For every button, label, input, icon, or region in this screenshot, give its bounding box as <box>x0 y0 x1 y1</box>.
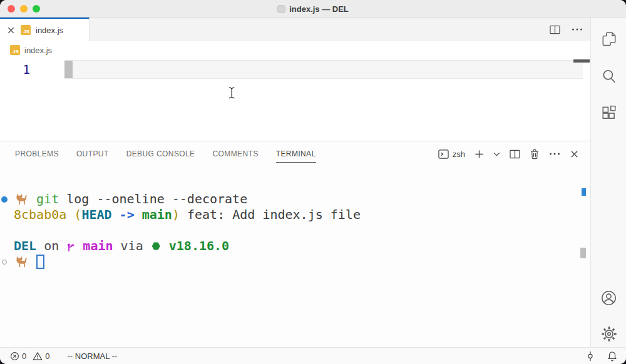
close-panel-icon[interactable] <box>570 149 579 159</box>
warning-icon <box>33 351 43 361</box>
terminal-text: v18.16.0 <box>169 238 229 254</box>
terminal-text: feat: Add index.js file <box>180 207 361 223</box>
terminal-overview-command-mark <box>582 188 586 196</box>
terminal-lines[interactable]: git log --oneline --decorate8cbab0a (HEA… <box>14 191 577 270</box>
terminal-text: ) <box>172 207 180 223</box>
terminal-line: DEL on main via v18.16.0 <box>14 238 577 254</box>
shell-label: zsh <box>453 149 465 159</box>
terminal-shell-selector[interactable]: zsh <box>438 149 465 159</box>
status-bar: 0 0 -- NORMAL -- <box>0 347 626 364</box>
javascript-file-icon: JS <box>10 45 20 55</box>
terminal-text: HEAD <box>81 207 111 223</box>
terminal-text: 8cbab0a ( <box>14 207 81 223</box>
terminal-text <box>29 191 36 207</box>
terminal-cursor <box>36 255 44 269</box>
terminal-text: on <box>36 238 66 254</box>
current-line-highlight <box>64 60 583 79</box>
panel-tab-comments[interactable]: COMMENTS <box>213 146 259 163</box>
extensions-icon[interactable] <box>591 99 626 126</box>
search-icon[interactable] <box>591 63 626 90</box>
breadcrumb-file: index.js <box>24 46 52 55</box>
terminal-text: main <box>83 238 113 254</box>
close-tab-icon[interactable] <box>6 26 16 35</box>
problems-status[interactable]: 0 0 <box>10 351 49 361</box>
nodejs-hexagon-icon <box>152 242 160 250</box>
terminal-text: -> <box>120 207 135 223</box>
warning-count: 0 <box>45 351 49 361</box>
terminal-line: 8cbab0a (HEAD -> main) feat: Add index.j… <box>14 207 577 223</box>
panel-tab-debug-console[interactable]: DEBUG CONSOLE <box>126 146 195 163</box>
panel-tab-output[interactable]: OUTPUT <box>76 146 109 163</box>
explorer-copy-icon[interactable] <box>591 26 626 54</box>
cat-emoji-icon <box>14 193 29 206</box>
terminal-text: DEL <box>14 238 36 254</box>
terminal-text: git <box>36 191 59 207</box>
terminal-line <box>14 223 577 238</box>
overview-ruler-cursor-mark <box>573 59 590 63</box>
new-terminal-icon[interactable] <box>475 149 484 159</box>
command-success-decoration <box>1 196 8 203</box>
trash-icon[interactable] <box>530 149 540 159</box>
more-actions-icon[interactable] <box>572 28 583 31</box>
error-count: 0 <box>22 351 26 361</box>
bell-icon[interactable] <box>607 351 617 361</box>
terminal-text <box>162 238 169 254</box>
title-bar: index.js — DEL <box>0 0 626 18</box>
chevron-down-icon[interactable] <box>493 152 500 156</box>
split-terminal-icon[interactable] <box>510 149 520 159</box>
file-proxy-icon <box>277 5 285 13</box>
git-branch-icon <box>66 240 75 253</box>
terminal-icon <box>438 149 449 159</box>
command-pending-decoration <box>2 260 7 265</box>
terminal-text <box>75 238 83 254</box>
tab-label: index.js <box>36 26 63 35</box>
git-commit-icon[interactable] <box>586 351 595 361</box>
error-icon <box>10 351 19 361</box>
bottom-panel: PROBLEMS OUTPUT DEBUG CONSOLE COMMENTS T… <box>0 141 590 347</box>
activity-bar <box>590 18 626 347</box>
settings-gear-icon[interactable] <box>591 320 626 348</box>
editor-area[interactable]: 1 <box>0 59 590 141</box>
vim-block-cursor <box>64 61 73 78</box>
terminal-text: via <box>113 238 151 254</box>
split-editor-icon[interactable] <box>550 25 560 34</box>
terminal-text: log --oneline --decorate <box>59 191 247 207</box>
terminal-text <box>135 207 142 223</box>
terminal-line <box>14 254 577 270</box>
terminal-line: git log --oneline --decorate <box>14 191 577 207</box>
window-title: index.js — DEL <box>289 4 349 14</box>
editor-tab-bar: JS index.js <box>0 18 590 41</box>
breadcrumb[interactable]: JS index.js <box>0 41 590 59</box>
account-icon[interactable] <box>591 284 626 311</box>
panel-header: PROBLEMS OUTPUT DEBUG CONSOLE COMMENTS T… <box>0 141 590 166</box>
panel-tab-terminal[interactable]: TERMINAL <box>276 146 316 163</box>
cat-emoji-icon <box>14 255 29 268</box>
vim-mode-indicator: -- NORMAL -- <box>67 351 117 361</box>
terminal-scrollbar-thumb[interactable] <box>580 248 586 258</box>
terminal-text <box>112 207 120 223</box>
tab-index-js[interactable]: JS index.js <box>0 18 90 41</box>
javascript-file-icon: JS <box>21 25 31 35</box>
terminal-text <box>29 254 36 270</box>
vscode-window: index.js — DEL JS index.js JS index.js <box>0 0 626 364</box>
terminal-text: main <box>142 207 172 223</box>
more-actions-icon[interactable] <box>549 152 560 156</box>
line-number: 1 <box>16 61 30 78</box>
panel-tab-problems[interactable]: PROBLEMS <box>15 146 59 163</box>
